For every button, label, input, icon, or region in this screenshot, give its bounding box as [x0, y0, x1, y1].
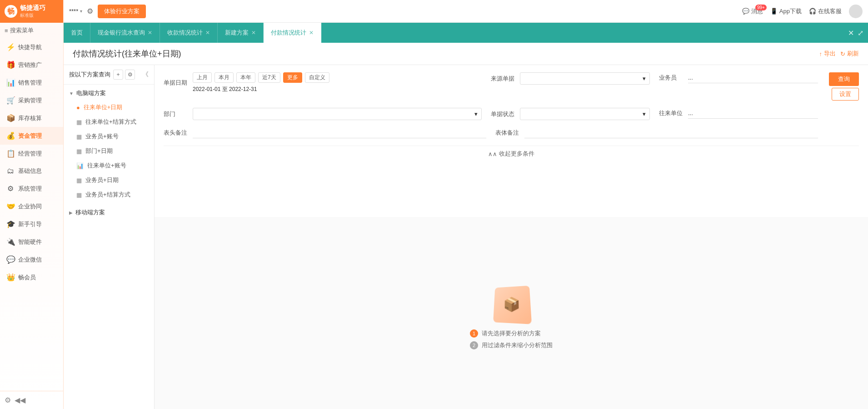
sidebar-label-purchase: 采购管理 — [18, 96, 42, 105]
scheme-item-partner-settle[interactable]: ▦往来单位+结算方式 — [64, 115, 154, 129]
tab-cash-flow[interactable]: 现金银行流水查询 ✕ — [90, 23, 160, 43]
scheme-item-partner-account[interactable]: 📊往来单位+账号 — [64, 158, 154, 173]
header-note-label: 表头备注 — [164, 129, 189, 137]
date-shortcut-5[interactable]: 自定义 — [305, 72, 329, 83]
trial-btn[interactable]: 体验行业方案 — [98, 5, 146, 18]
main-area: **** ▾ ⚙ 体验行业方案 💬 消息 99+ 📱 App下载 🎧 在线客服 … — [64, 0, 868, 409]
add-scheme-btn[interactable]: + — [113, 70, 123, 80]
sidebar-item-operations[interactable]: 📋经营管理 — [0, 145, 63, 162]
staff-input[interactable] — [688, 72, 818, 83]
sidebar-item-member[interactable]: 👑畅会员 — [0, 268, 63, 286]
tab-close-cash-flow[interactable]: ✕ — [148, 30, 152, 36]
tab-close-receipt-stats[interactable]: ✕ — [205, 30, 210, 36]
scheme-item-staff-account[interactable]: ▦业务员+账号 — [64, 129, 154, 144]
mobile-group-arrow-icon: ▶ — [69, 210, 73, 215]
online-service-action[interactable]: 🎧 在线客服 — [809, 7, 842, 15]
filter-settings-btn[interactable]: 设置 — [832, 88, 859, 101]
scheme-item-dept-date[interactable]: ▦部门+日期 — [64, 144, 154, 158]
tab-home[interactable]: 首页 — [64, 23, 90, 43]
date-shortcut-2[interactable]: 本年 — [236, 72, 255, 83]
sidebar-item-inventory[interactable]: 📦库存核算 — [0, 109, 63, 127]
body-layout: 按以下方案查询 + ⚙ 《 ▼ 电脑端方案 ●往来单位+日期▦往来单位+结算方式… — [64, 65, 868, 409]
sidebar-label-system: 系统管理 — [18, 185, 42, 193]
collapse-sidebar-btn[interactable]: ◀◀ — [15, 396, 25, 404]
settings-scheme-btn[interactable]: ⚙ — [125, 70, 135, 80]
export-btn[interactable]: ↑ 导出 — [819, 50, 836, 58]
user-avatar[interactable] — [849, 5, 863, 18]
staff-field: 业务员 — [659, 72, 818, 83]
refresh-icon: ↻ — [840, 50, 845, 57]
mobile-group-title[interactable]: ▶ 移动端方案 — [64, 206, 154, 219]
app-download-action[interactable]: 📱 App下载 — [770, 7, 802, 15]
export-label: 导出 — [824, 50, 836, 58]
date-shortcut-1[interactable]: 本月 — [215, 72, 234, 83]
body-note-field: 表体备注 — [495, 127, 818, 138]
sidebar-item-corp-wechat[interactable]: 💬企业微信 — [0, 251, 63, 268]
date-shortcut-0[interactable]: 上月 — [193, 72, 212, 83]
scheme-item-staff-date[interactable]: ▦业务员+日期 — [64, 173, 154, 187]
sidebar-label-member: 畅会员 — [18, 273, 36, 282]
sidebar-item-smart-hw[interactable]: 🔌智能硬件 — [0, 233, 63, 251]
scheme-panel: 按以下方案查询 + ⚙ 《 ▼ 电脑端方案 ●往来单位+日期▦往来单位+结算方式… — [64, 65, 155, 409]
scheme-item-staff-settle[interactable]: ▦业务员+结算方式 — [64, 187, 154, 202]
sidebar-item-guide[interactable]: 🎓新手引导 — [0, 215, 63, 233]
sidebar-item-system[interactable]: ⚙系统管理 — [0, 180, 63, 197]
logo-icon: 畅 — [5, 5, 17, 18]
tab-new-scheme[interactable]: 新建方案 ✕ — [218, 23, 264, 43]
expand-tabs-btn[interactable]: ⤢ — [858, 29, 863, 37]
collapse-more-btn[interactable]: ∧∧ 收起更多条件 — [164, 146, 859, 162]
app-download-label: App下载 — [779, 7, 802, 15]
source-doc-select[interactable]: ▾ — [520, 72, 650, 85]
desktop-group-title[interactable]: ▼ 电脑端方案 — [64, 86, 154, 100]
sidebar-icon-smart-hw: 🔌 — [6, 237, 15, 246]
date-shortcuts-group: 上月本月本年近7天更多自定义2022-01-01 至 2022-12-31 — [193, 72, 482, 93]
scheme-label-partner-account: 往来单位+账号 — [87, 162, 126, 170]
date-shortcut-4[interactable]: 更多 — [283, 72, 302, 83]
sidebar-icon-purchase: 🛒 — [6, 96, 15, 105]
sidebar-item-quick-nav[interactable]: ⚡快捷导航 — [0, 38, 63, 56]
tab-payment-stats[interactable]: 付款情况统计 ✕ — [264, 23, 321, 43]
body-note-input[interactable] — [524, 127, 818, 138]
header-note-input[interactable] — [193, 127, 486, 138]
partner-input[interactable] — [688, 108, 818, 119]
doc-status-select[interactable]: ▾ — [520, 108, 650, 120]
sidebar-item-finance[interactable]: 💰资金管理 — [0, 127, 63, 145]
tab-close-new-scheme[interactable]: ✕ — [251, 30, 256, 36]
empty-illustration: 📦 — [484, 277, 539, 322]
user-name: **** — [69, 8, 78, 15]
dept-select[interactable]: ▾ — [193, 108, 482, 120]
sidebar-item-basic-info[interactable]: 🗂基础信息 — [0, 162, 63, 180]
scheme-item-partner-date[interactable]: ●往来单位+日期 — [64, 100, 154, 115]
collapse-arrow-icon: ∧∧ — [488, 151, 497, 157]
doc-date-label: 单据日期 — [164, 79, 189, 87]
close-all-tabs-btn[interactable]: ✕ — [848, 29, 854, 37]
date-range-display: 2022-01-01 至 2022-12-31 — [193, 85, 482, 93]
settings-gear-icon[interactable]: ⚙ — [87, 7, 93, 15]
sidebar-item-marketing[interactable]: 🎁营销推广 — [0, 56, 63, 74]
page-header-actions: ↑ 导出 ↻ 刷新 — [819, 50, 859, 58]
settings-bottom-icon[interactable]: ⚙ — [5, 396, 11, 404]
sidebar-item-corp-collab[interactable]: 🤝企业协同 — [0, 197, 63, 215]
sidebar-item-purchase[interactable]: 🛒采购管理 — [0, 91, 63, 109]
tab-close-payment-stats[interactable]: ✕ — [309, 30, 314, 36]
tabbar: 首页现金银行流水查询 ✕收款情况统计 ✕新建方案 ✕付款情况统计 ✕✕⤢ — [64, 23, 868, 43]
date-shortcut-3[interactable]: 近7天 — [258, 72, 280, 83]
filter-row-2: 部门 ▾ 单据状态 ▾ 往来单位 — [164, 108, 859, 120]
source-doc-chevron-icon: ▾ — [643, 75, 646, 82]
sidebar-icon-quick-nav: ⚡ — [6, 43, 15, 51]
scheme-panel-title: 按以下方案查询 — [69, 71, 110, 79]
query-btn[interactable]: 查询 — [829, 72, 859, 86]
search-menu[interactable]: ≡ 搜索菜单 — [0, 23, 63, 38]
hint-num-1: 1 — [470, 329, 478, 338]
collapse-scheme-panel-btn[interactable]: 《 — [142, 71, 149, 79]
tab-label-new-scheme: 新建方案 — [225, 29, 249, 37]
message-action[interactable]: 💬 消息 99+ — [742, 7, 763, 15]
user-chevron-icon[interactable]: ▾ — [80, 9, 82, 14]
source-doc-label: 来源单据 — [491, 75, 516, 83]
tab-receipt-stats[interactable]: 收款情况统计 ✕ — [160, 23, 218, 43]
sidebar-item-sales[interactable]: 📊销售管理 — [0, 74, 63, 91]
refresh-btn[interactable]: ↻ 刷新 — [840, 50, 859, 58]
search-icon: ≡ — [5, 27, 8, 34]
tab-label-receipt-stats: 收款情况统计 — [167, 29, 203, 37]
sidebar-icon-operations: 📋 — [6, 149, 15, 158]
